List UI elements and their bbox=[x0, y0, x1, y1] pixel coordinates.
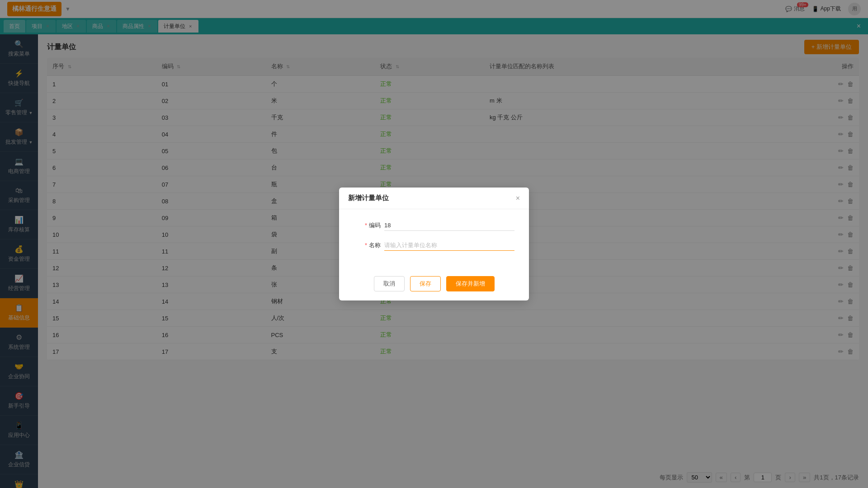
modal-header: 新增计量单位 × bbox=[339, 188, 529, 209]
form-row-code: *编码 bbox=[354, 220, 514, 231]
modal-body: *编码 *名称 bbox=[339, 209, 529, 271]
name-input[interactable] bbox=[384, 240, 514, 251]
add-unit-modal: 新增计量单位 × *编码 *名称 取消 保存 保存并新增 bbox=[339, 188, 529, 300]
form-row-name: *名称 bbox=[354, 240, 514, 251]
code-input[interactable] bbox=[384, 220, 514, 231]
code-required-star: * bbox=[365, 222, 367, 229]
save-new-button[interactable]: 保存并新增 bbox=[446, 276, 495, 291]
modal-overlay[interactable]: 新增计量单位 × *编码 *名称 取消 保存 保存并新增 bbox=[0, 0, 868, 488]
code-label: *编码 bbox=[354, 221, 381, 230]
modal-close-btn[interactable]: × bbox=[516, 195, 520, 202]
modal-footer: 取消 保存 保存并新增 bbox=[339, 271, 529, 300]
modal-title: 新增计量单位 bbox=[348, 194, 389, 202]
cancel-button[interactable]: 取消 bbox=[374, 276, 405, 291]
name-label: *名称 bbox=[354, 241, 381, 249]
save-button[interactable]: 保存 bbox=[410, 276, 441, 291]
name-required-star: * bbox=[365, 242, 367, 249]
